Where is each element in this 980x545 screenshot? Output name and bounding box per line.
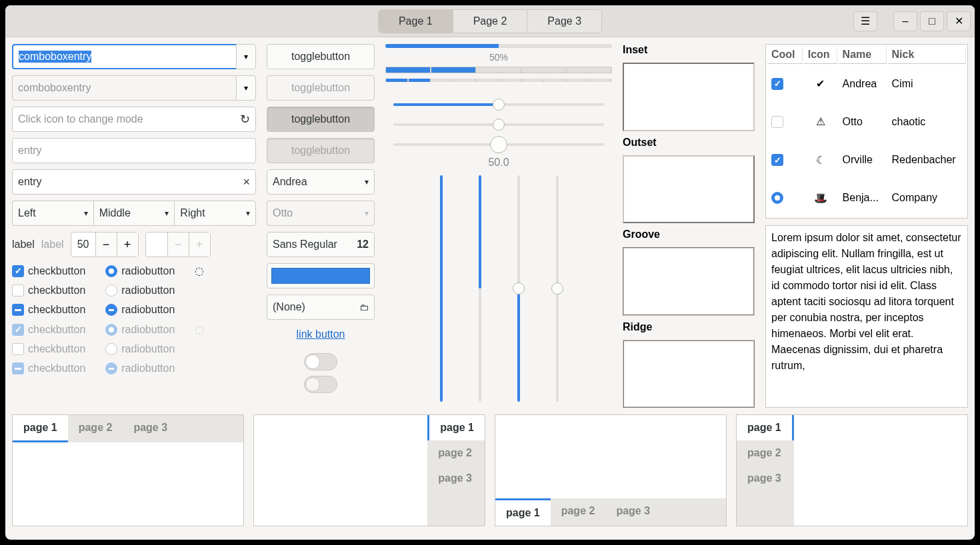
frame-groove-label: Groove [623, 229, 755, 241]
spin-minus[interactable]: − [95, 233, 117, 257]
header-tab-1[interactable]: Page 1 [379, 10, 453, 33]
tree-header-nick[interactable]: Nick [888, 46, 966, 64]
hscale-1[interactable] [393, 97, 604, 113]
hscale-value-label: 50.0 [385, 157, 612, 169]
radiobutton-3[interactable]: radiobutton [105, 304, 175, 316]
label-disabled: label [41, 239, 64, 251]
progressbar-label: 50% [385, 52, 612, 63]
checkbutton-6: checkbutton [12, 362, 85, 374]
levelbar-1 [385, 67, 612, 73]
close-button[interactable]: ✕ [947, 11, 971, 31]
nb-left-tab-3[interactable]: page 3 [737, 466, 794, 491]
nb-bottom-tab-3[interactable]: page 3 [605, 498, 661, 526]
refresh-icon[interactable]: ↻ [240, 112, 250, 127]
color-button[interactable] [267, 263, 375, 288]
color-swatch [271, 268, 370, 284]
table-row: ✔︎AndreaCimi [767, 65, 966, 102]
entry-with-clear[interactable]: entry × [12, 169, 256, 195]
linked-middle[interactable]: Middle▾ [93, 201, 175, 226]
tree-header-name[interactable]: Name [839, 46, 887, 64]
header-tab-2[interactable]: Page 2 [453, 10, 528, 33]
maximize-button[interactable]: □ [920, 11, 944, 31]
mode-entry-placeholder: Click icon to change mode [18, 113, 143, 125]
frame-groove [623, 247, 755, 316]
open-folder-icon: 🗀 [359, 302, 369, 312]
link-button[interactable]: link button [267, 326, 375, 343]
table-row: ☾OrvilleRedenbacher [767, 142, 966, 179]
vscale-4[interactable] [549, 175, 565, 402]
vscale-2[interactable] [472, 175, 488, 402]
warning-icon: ⚠ [804, 103, 837, 140]
hscale-2[interactable] [393, 117, 604, 133]
table-row: ⚠Ottochaotic [767, 103, 966, 140]
togglebutton-2: togglebutton [267, 75, 375, 101]
nb-right-tab-1[interactable]: page 1 [427, 415, 485, 440]
hamburger-menu-button[interactable]: ☰ [853, 11, 877, 31]
vscale-1[interactable] [433, 175, 449, 402]
vscale-3[interactable] [511, 175, 527, 402]
checkbutton-3[interactable]: checkbutton [12, 304, 85, 316]
table-row: 🎩Benja...Company [767, 180, 966, 217]
frame-outset [623, 155, 755, 224]
titlebar: Page 1 Page 2 Page 3 ☰ – □ ✕ [5, 5, 975, 37]
nb-bottom-tab-2[interactable]: page 2 [551, 498, 606, 526]
combo-andrea[interactable]: Andrea▾ [267, 169, 375, 195]
mode-entry[interactable]: Click icon to change mode ↻ [12, 107, 256, 132]
switch-1[interactable] [304, 353, 337, 370]
nb-top-tab-1[interactable]: page 1 [13, 415, 68, 442]
nb-bottom-tab-1[interactable]: page 1 [495, 498, 551, 526]
frame-ridge [623, 340, 755, 408]
linked-right[interactable]: Right▾ [174, 201, 256, 226]
notebook-right: page 1 page 2 page 3 [253, 414, 485, 526]
checkbutton-4: checkbutton [12, 324, 85, 336]
radiobutton-6: radiobutton [105, 362, 175, 374]
nb-top-tab-2[interactable]: page 2 [68, 415, 123, 442]
spin-plus[interactable]: + [117, 233, 138, 257]
hscale-3[interactable] [393, 137, 604, 153]
nb-right-tab-2[interactable]: page 2 [427, 440, 485, 466]
spinner-icon-disabled: ◌ [195, 323, 204, 336]
nb-left-tab-2[interactable]: page 2 [737, 440, 794, 466]
nb-right-tab-3[interactable]: page 3 [427, 466, 485, 491]
moon-icon: ☾ [804, 142, 837, 179]
checkbutton-2[interactable]: checkbutton [12, 284, 85, 296]
spinbutton[interactable]: 50 − + [71, 232, 139, 257]
clear-icon[interactable]: × [243, 175, 250, 189]
spinbutton-disabled: − + [145, 232, 211, 257]
combobox-entry-focused-drop[interactable]: ▾ [236, 44, 256, 69]
header-tab-3[interactable]: Page 3 [527, 10, 601, 33]
switch-2 [304, 376, 337, 393]
tree-header-cool[interactable]: Cool [767, 46, 803, 64]
combobox-entry-focused[interactable]: comboboxentry [12, 44, 236, 69]
radiobutton-1[interactable]: radiobutton [105, 265, 175, 277]
notebook-top: page 1 page 2 page 3 [12, 414, 244, 526]
togglebutton-4: togglebutton [267, 138, 375, 163]
file-chooser-button[interactable]: (None)🗀 [267, 294, 375, 320]
nb-top-tab-3[interactable]: page 3 [123, 415, 178, 442]
entry-placeholder[interactable]: entry [12, 138, 256, 163]
label-enabled: label [12, 239, 35, 251]
header-tab-group: Page 1 Page 2 Page 3 [378, 9, 602, 33]
radiobutton-2[interactable]: radiobutton [105, 284, 175, 296]
tree-header-icon[interactable]: Icon [804, 46, 837, 64]
combo-otto: Otto▾ [267, 201, 375, 226]
textview[interactable]: Lorem ipsum dolor sit amet, consectetur … [765, 225, 968, 408]
notebook-bottom: page 1 page 2 page 3 [495, 414, 727, 526]
togglebutton-1[interactable]: togglebutton [267, 44, 375, 69]
treeview[interactable]: Cool Icon Name Nick ✔︎AndreaCimi ⚠Ottoch… [765, 44, 968, 219]
font-button[interactable]: Sans Regular12 [267, 232, 375, 257]
hat-icon: 🎩 [804, 180, 837, 217]
frame-outset-label: Outset [623, 137, 755, 149]
togglebutton-3[interactable]: togglebutton [267, 107, 375, 132]
minimize-button[interactable]: – [893, 11, 917, 31]
checkbutton-1[interactable]: checkbutton [12, 265, 85, 277]
frame-inset [623, 63, 755, 131]
combobox-entry-disabled-drop: ▾ [236, 75, 256, 101]
checkbutton-5: checkbutton [12, 343, 85, 355]
frame-ridge-label: Ridge [623, 321, 755, 333]
nb-left-tab-1[interactable]: page 1 [737, 415, 794, 440]
combobox-entry-disabled: comboboxentry [12, 75, 236, 101]
notebook-left: page 1 page 2 page 3 [736, 414, 968, 526]
linked-left[interactable]: Left▾ [12, 201, 93, 226]
check-circle-icon: ✔︎ [804, 65, 837, 102]
